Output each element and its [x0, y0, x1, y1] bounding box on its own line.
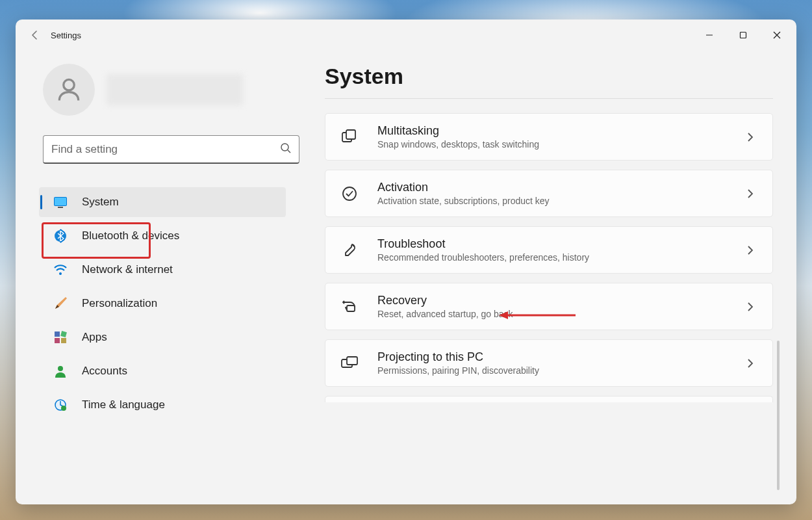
- svg-rect-11: [60, 331, 67, 337]
- chevron-right-icon: [742, 242, 758, 258]
- sidebar-item-label: Personalization: [82, 297, 157, 310]
- card-title: Recovery: [377, 294, 513, 307]
- maximize-icon: [739, 31, 747, 39]
- profile-block[interactable]: [43, 64, 288, 116]
- card-title: Troubleshoot: [377, 237, 589, 251]
- apps-icon: [53, 330, 68, 344]
- card-subtitle: Activation state, subscriptions, product…: [377, 196, 550, 206]
- card-subtitle: Reset, advanced startup, go back: [377, 309, 513, 319]
- chevron-right-icon: [742, 186, 758, 202]
- card-text: Projecting to this PC Permissions, pairi…: [377, 350, 539, 376]
- settings-window: Settings: [16, 20, 796, 504]
- svg-rect-18: [346, 130, 355, 139]
- user-icon: [55, 75, 83, 104]
- sidebar-item-label: Bluetooth & devices: [82, 229, 179, 242]
- close-button[interactable]: [760, 21, 794, 49]
- card-projecting[interactable]: Projecting to this PC Permissions, pairi…: [325, 339, 773, 387]
- content-pane: System Multitasking Snap windows, deskto…: [308, 51, 796, 504]
- svg-rect-1: [741, 32, 746, 38]
- card-subtitle: Recommended troubleshooters, preferences…: [377, 252, 589, 263]
- projecting-icon: [340, 354, 359, 373]
- sidebar-item-apps[interactable]: Apps: [39, 322, 286, 352]
- accounts-icon: [53, 364, 68, 378]
- chevron-right-icon: [742, 129, 758, 145]
- paintbrush-icon: [53, 296, 68, 311]
- minimize-icon: [705, 31, 713, 39]
- wrench-icon: [340, 240, 359, 260]
- svg-rect-13: [61, 338, 66, 343]
- svg-point-2: [64, 79, 75, 90]
- sidebar-item-label: Network & internet: [82, 263, 173, 276]
- svg-point-16: [61, 406, 66, 411]
- svg-point-9: [59, 272, 62, 275]
- card-activation[interactable]: Activation Activation state, subscriptio…: [325, 170, 773, 217]
- card-text: Troubleshoot Recommended troubleshooters…: [377, 237, 589, 263]
- minimize-button[interactable]: [692, 21, 726, 49]
- sidebar-item-accounts[interactable]: Accounts: [39, 356, 286, 386]
- maximize-button[interactable]: [726, 21, 760, 49]
- card-title: Multitasking: [377, 124, 539, 138]
- search-icon: [280, 142, 292, 157]
- window-controls: [692, 21, 794, 49]
- profile-name-redacted: [107, 74, 243, 105]
- svg-rect-22: [347, 357, 357, 365]
- back-button[interactable]: [25, 25, 45, 46]
- sidebar-item-bluetooth[interactable]: Bluetooth & devices: [39, 221, 286, 251]
- card-subtitle: Snap windows, desktops, task switching: [377, 139, 539, 150]
- system-icon: [53, 195, 68, 209]
- card-text: Recovery Reset, advanced startup, go bac…: [377, 294, 513, 319]
- svg-line-4: [288, 150, 290, 153]
- sidebar-item-label: Accounts: [82, 365, 127, 378]
- svg-rect-20: [347, 306, 355, 311]
- divider: [325, 98, 773, 99]
- card-troubleshoot[interactable]: Troubleshoot Recommended troubleshooters…: [325, 226, 773, 274]
- wifi-icon: [53, 263, 68, 277]
- sidebar-item-network[interactable]: Network & internet: [39, 255, 286, 285]
- sidebar-item-system[interactable]: System: [39, 187, 286, 217]
- search-input[interactable]: [43, 135, 299, 164]
- svg-point-3: [281, 144, 288, 151]
- clock-globe-icon: [53, 398, 68, 412]
- svg-point-14: [58, 366, 63, 371]
- svg-rect-6: [55, 198, 66, 205]
- sidebar-item-time[interactable]: Time & language: [39, 390, 286, 420]
- recovery-icon: [340, 297, 359, 317]
- sidebar-item-label: System: [82, 196, 119, 209]
- back-arrow-icon: [30, 30, 40, 40]
- bluetooth-icon: [53, 229, 68, 243]
- card-recovery[interactable]: Recovery Reset, advanced startup, go bac…: [325, 283, 773, 330]
- svg-rect-7: [58, 207, 63, 208]
- chevron-right-icon: [742, 356, 758, 371]
- svg-rect-12: [55, 338, 60, 343]
- sidebar-item-personalization[interactable]: Personalization: [39, 289, 286, 318]
- close-icon: [773, 31, 781, 39]
- svg-point-19: [343, 187, 356, 200]
- card-title: Projecting to this PC: [377, 350, 539, 364]
- card-text: Multitasking Snap windows, desktops, tas…: [377, 124, 539, 150]
- card-multitasking[interactable]: Multitasking Snap windows, desktops, tas…: [325, 113, 773, 161]
- search-wrap: [43, 135, 299, 164]
- chevron-right-icon: [742, 299, 758, 315]
- window-body: System Bluetooth & devices Network & int…: [16, 51, 796, 504]
- card-title: Activation: [377, 181, 550, 194]
- sidebar-item-label: Time & language: [82, 398, 165, 411]
- checkmark-circle-icon: [340, 184, 359, 203]
- svg-rect-10: [55, 332, 60, 337]
- page-title: System: [325, 64, 773, 89]
- sidebar-item-label: Apps: [82, 331, 107, 344]
- avatar: [43, 64, 95, 116]
- multitasking-icon: [340, 127, 359, 147]
- titlebar: Settings: [16, 20, 796, 51]
- card-partial-next[interactable]: [325, 396, 773, 402]
- window-title: Settings: [51, 31, 81, 40]
- card-text: Activation Activation state, subscriptio…: [377, 181, 550, 206]
- nav-list: System Bluetooth & devices Network & int…: [36, 177, 288, 430]
- sidebar: System Bluetooth & devices Network & int…: [16, 51, 308, 504]
- card-subtitle: Permissions, pairing PIN, discoverabilit…: [377, 365, 539, 376]
- scrollbar-thumb[interactable]: [777, 341, 780, 490]
